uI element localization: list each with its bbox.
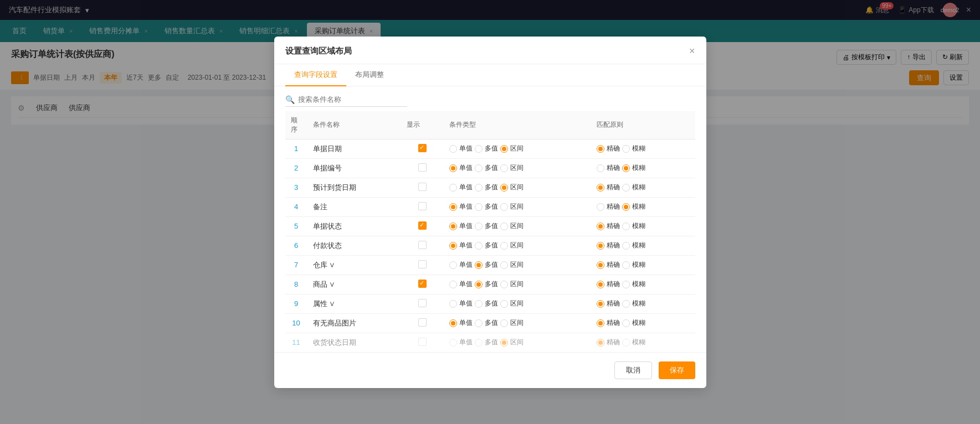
modal-title: 设置查询区域布局: [285, 46, 352, 56]
modal-body: 顺序 条件名称 显示 条件类型 匹配原则 1单据日期单值多值区间精确模糊2单据编…: [274, 111, 706, 132]
modal-tab-layout[interactable]: 布局调整: [346, 64, 393, 86]
search-icon: 🔍: [285, 95, 295, 104]
modal-tab-query[interactable]: 查询字段设置: [285, 64, 346, 86]
modal-close-button[interactable]: ×: [689, 45, 695, 57]
col-match-header: 匹配原则: [591, 111, 695, 132]
modal-search-area: 🔍: [274, 86, 706, 111]
modal: 设置查询区域布局 × 查询字段设置 布局调整 🔍 顺序 条件名称 显示: [274, 37, 706, 132]
modal-header: 设置查询区域布局 ×: [274, 37, 706, 64]
col-display-header: 显示: [401, 111, 443, 132]
col-order-header: 顺序: [285, 111, 307, 132]
modal-tabs: 查询字段设置 布局调整: [274, 64, 706, 86]
col-name-header: 条件名称: [307, 111, 402, 132]
search-box: 🔍: [285, 93, 407, 107]
modal-overlay: 设置查询区域布局 × 查询字段设置 布局调整 🔍 顺序 条件名称 显示: [0, 0, 980, 131]
col-type-header: 条件类型: [444, 111, 592, 132]
search-input[interactable]: [298, 95, 398, 104]
conditions-table: 顺序 条件名称 显示 条件类型 匹配原则 1单据日期单值多值区间精确模糊2单据编…: [285, 111, 695, 132]
